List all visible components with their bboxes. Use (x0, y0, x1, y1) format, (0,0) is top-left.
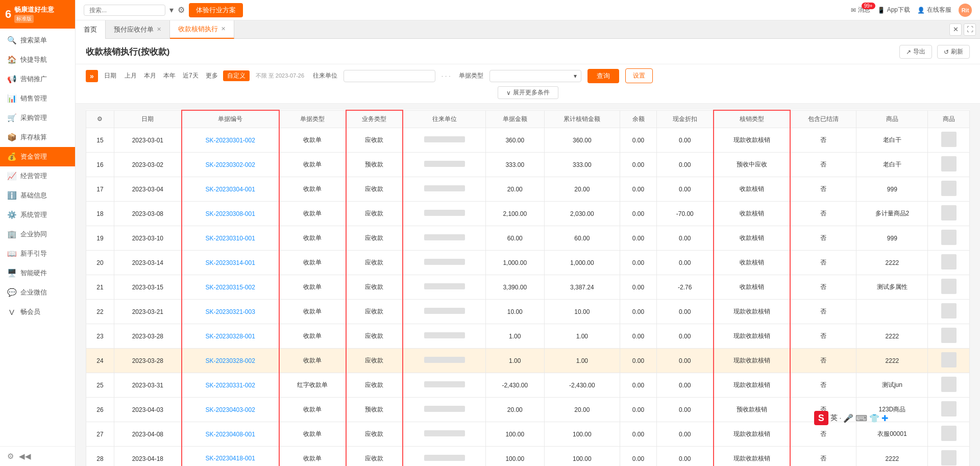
cell-date: 2023-04-08 (114, 422, 181, 447)
cell-docno: SK-20230301-002 (182, 128, 279, 153)
th-balance: 余额 (620, 110, 657, 128)
cell-amount: 1,000.00 (485, 251, 544, 275)
date-custom-btn[interactable]: 自定义 (223, 70, 250, 81)
sidebar-item-basic[interactable]: ℹ️基础信息 (0, 186, 75, 205)
cell-goods: 多计量商品2 (856, 202, 928, 226)
sidebar-item-shortcut[interactable]: 🏠快捷导航 (0, 50, 75, 69)
cell-customer (403, 447, 485, 467)
cell-includesettled: 否 (790, 128, 856, 153)
docno-link[interactable]: SK-20230331-002 (205, 382, 255, 389)
docno-link[interactable]: SK-20230301-002 (205, 137, 255, 144)
cell-customer (403, 373, 485, 398)
sidebar-item-wechat[interactable]: 💬企业微信 (0, 283, 75, 302)
sidebar-item-system[interactable]: ⚙️系统管理 (0, 205, 75, 225)
sidebar-item-inventory[interactable]: 📦库存核算 (0, 128, 75, 147)
sidebar-label-basic: 基础信息 (20, 191, 47, 200)
online-service-btn[interactable]: 👤 在线客服 (917, 6, 951, 14)
expand-conditions-btn[interactable]: ∨ 展开更多条件 (498, 86, 558, 99)
docno-link[interactable]: SK-20230310-001 (205, 235, 255, 242)
app-download-btn[interactable]: 📱 App下载 (877, 6, 910, 14)
cell-cumulative: 60.00 (544, 226, 620, 251)
service-icon: 👤 (917, 7, 925, 14)
cell-date: 2023-03-10 (114, 226, 181, 251)
refresh-btn[interactable]: ↺ 刷新 (937, 45, 970, 59)
settings-btn[interactable]: 设置 (625, 68, 653, 83)
date-7days[interactable]: 近7天 (181, 70, 201, 81)
date-this-year[interactable]: 本年 (161, 70, 178, 81)
table-row: 20 2023-03-14 SK-20230314-001 收款单 应收款 1,… (86, 251, 970, 275)
cell-cumulative: 100.00 (544, 447, 620, 467)
cell-goods: 999 (856, 226, 928, 251)
sidebar-item-operations[interactable]: 📈经营管理 (0, 166, 75, 186)
cell-date: 2023-03-28 (114, 324, 181, 349)
sidebar-item-member[interactable]: V畅会员 (0, 302, 75, 322)
docno-link[interactable]: SK-20230403-002 (205, 406, 255, 413)
sidebar-item-guide[interactable]: 📖新手引导 (0, 244, 75, 263)
tab-prepay[interactable]: 预付应收付单 ✕ (106, 20, 170, 39)
cell-customer (403, 202, 485, 226)
sidebar-item-hardware[interactable]: 🖥️智能硬件 (0, 263, 75, 283)
sidebar-item-search[interactable]: 🔍搜索菜单 (0, 31, 75, 50)
table-row: 25 2023-03-31 SK-20230331-002 红字收款单 应收款 … (86, 373, 970, 398)
cell-doctype: 收款单 (279, 275, 346, 300)
tab-expand-btn[interactable]: ⛶ (964, 23, 976, 36)
tab-close-all-btn[interactable]: ✕ (949, 23, 962, 36)
cell-goods: 测试多属性 (856, 275, 928, 300)
tab-collection-close[interactable]: ✕ (221, 26, 226, 32)
cell-cashdiscount: -70.00 (656, 202, 713, 226)
docno-link[interactable]: SK-20230302-002 (205, 161, 255, 168)
messages-btn[interactable]: ✉ 消息 99+ (851, 6, 870, 14)
filter-toggle-btn[interactable]: » (86, 70, 98, 82)
date-this-month[interactable]: 本月 (142, 70, 158, 81)
collapse-icon[interactable]: ◀◀ (19, 452, 31, 461)
docno-link[interactable]: SK-20230418-001 (205, 455, 255, 462)
filter-bar: » 日期 上月 本月 本年 近7天 更多 自定义 不限 至 2023-07-26… (76, 64, 980, 104)
docno-link[interactable]: SK-20230408-001 (205, 431, 255, 438)
docno-link[interactable]: SK-20230304-001 (205, 186, 255, 193)
filter-row-main: » 日期 上月 本月 本年 近7天 更多 自定义 不限 至 2023-07-26… (86, 68, 970, 83)
cell-docno: SK-20230310-001 (182, 226, 279, 251)
cell-date: 2023-03-14 (114, 251, 181, 275)
cell-goods: 测试jun (856, 373, 928, 398)
docno-link[interactable]: SK-20230308-001 (205, 210, 255, 217)
cell-doctype: 红字收款单 (279, 373, 346, 398)
message-icon: ✉ (851, 7, 856, 14)
dropdown-arrow-icon[interactable]: ▾ (169, 5, 174, 15)
industry-btn[interactable]: 体验行业方案 (189, 3, 243, 17)
th-biztype: 业务类型 (346, 110, 403, 128)
watermark-dot-icon: · (840, 414, 841, 422)
tab-prepay-close[interactable]: ✕ (157, 26, 161, 33)
cell-includesettled: 否 (790, 251, 856, 275)
date-last-month[interactable]: 上月 (122, 70, 139, 81)
query-btn[interactable]: 查询 (587, 69, 619, 83)
docno-link[interactable]: SK-20230328-002 (205, 357, 255, 364)
export-btn[interactable]: ↗ 导出 (899, 45, 932, 59)
gear-icon[interactable]: ⚙ (178, 5, 185, 15)
docno-link[interactable]: SK-20230321-003 (205, 308, 255, 315)
sidebar-item-enterprise[interactable]: 🏢企业协同 (0, 225, 75, 244)
settings-icon[interactable]: ⚙ (7, 452, 14, 461)
tab-home[interactable]: 首页 (76, 20, 106, 39)
cell-nuketype: 预收中应收 (714, 153, 790, 177)
user-avatar[interactable]: Rit (959, 4, 972, 17)
date-range-display: 不限 至 2023-07-26 (256, 72, 307, 80)
sidebar-item-marketing[interactable]: 📢营销推广 (0, 69, 75, 89)
cell-date: 2023-04-03 (114, 398, 181, 422)
customer-input[interactable] (344, 70, 435, 82)
cell-customer (403, 226, 485, 251)
topbar-search[interactable] (84, 5, 165, 16)
cell-includesettled: 否 (790, 300, 856, 324)
docno-link[interactable]: SK-20230314-001 (205, 259, 255, 266)
cell-docno: SK-20230331-002 (182, 373, 279, 398)
sidebar-item-finance[interactable]: 💰资金管理 (0, 147, 75, 166)
sidebar-item-sales[interactable]: 📊销售管理 (0, 89, 75, 108)
tab-collection[interactable]: 收款核销执行 ✕ (170, 20, 234, 39)
cell-goods: 2222 (856, 324, 928, 349)
cell-index: 17 (86, 177, 114, 202)
docno-link[interactable]: SK-20230328-001 (205, 333, 255, 340)
sidebar-item-purchase[interactable]: 🛒采购管理 (0, 108, 75, 128)
docno-link[interactable]: SK-20230315-002 (205, 284, 255, 291)
date-more[interactable]: 更多 (204, 70, 220, 81)
doctype-select[interactable]: ▾ (489, 70, 581, 82)
cell-date: 2023-03-31 (114, 373, 181, 398)
